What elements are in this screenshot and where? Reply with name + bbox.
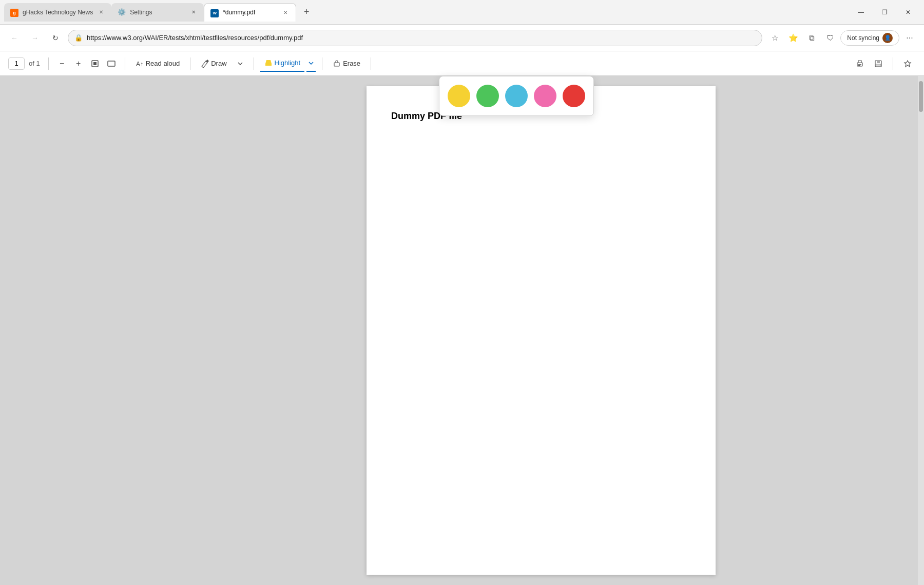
svg-rect-4 [265,64,272,66]
url-text: https://www.w3.org/WAI/ER/tests/xhtml/te… [87,34,756,42]
tab-ghacks[interactable]: g gHacks Technology News ✕ [4,3,111,22]
svg-rect-1 [93,62,97,65]
highlight-color-blue[interactable] [505,85,528,107]
minimize-button[interactable]: — [849,4,873,21]
fit-width-button[interactable] [104,56,119,71]
collections-icon[interactable]: ⭐ [785,30,801,46]
highlight-button[interactable]: Highlight [260,55,305,72]
separator-2 [125,57,125,70]
page-total: of 1 [29,60,40,67]
separator-1 [48,57,49,70]
tab-pdf-label: *dummy.pdf [223,9,277,16]
read-aloud-label: Read aloud [146,60,180,67]
separator-5 [322,57,322,70]
favicon-ghacks: g [10,8,18,16]
tab-ghacks-close[interactable]: ✕ [97,8,105,16]
svg-rect-10 [877,61,880,63]
left-panel [0,76,175,585]
new-tab-button[interactable]: + [298,4,315,21]
draw-label: Draw [211,60,226,67]
svg-text:A↑: A↑ [136,61,143,68]
tab-settings-close[interactable]: ✕ [189,8,198,16]
not-syncing-button[interactable]: Not syncing 👤 [840,30,899,46]
highlight-dropdown[interactable] [306,55,316,72]
browser-essentials-icon[interactable]: 🛡 [822,30,838,46]
back-button[interactable]: ← [6,30,23,46]
profile-avatar: 👤 [882,33,893,43]
split-screen-icon[interactable]: ⧉ [803,30,820,46]
draw-dropdown[interactable] [233,56,247,71]
window-controls: — ❐ ✕ [849,4,920,21]
tab-pdf[interactable]: W *dummy.pdf ✕ [204,3,296,22]
tab-settings-label: Settings [130,9,185,16]
main-content: Dummy PDF file [0,76,924,585]
zoom-in-button[interactable]: + [71,56,86,71]
lock-icon: 🔒 [74,34,83,42]
right-panel [908,76,918,585]
separator-4 [254,57,254,70]
erase-label: Erase [343,60,360,67]
url-bar[interactable]: 🔒 https://www.w3.org/WAI/ER/tests/xhtml/… [68,30,762,46]
tab-settings[interactable]: ⚙️ Settings ✕ [111,3,204,22]
separator-3 [190,57,190,70]
pdf-page: Dummy PDF file [367,86,716,575]
highlight-color-picker [439,76,594,116]
title-bar: g gHacks Technology News ✕ ⚙️ Settings ✕… [0,0,924,25]
page-number-input[interactable] [8,57,25,70]
tab-ghacks-label: gHacks Technology News [23,9,93,16]
separator-6 [371,57,371,70]
refresh-button[interactable]: ↻ [47,30,64,46]
highlight-color-red[interactable] [563,85,585,107]
address-bar: ← → ↻ 🔒 https://www.w3.org/WAI/ER/tests/… [0,25,924,51]
highlight-color-yellow[interactable] [448,85,470,107]
vertical-scrollbar[interactable] [918,76,924,585]
highlight-label: Highlight [275,59,301,67]
highlight-color-pink[interactable] [534,85,556,107]
fit-page-button[interactable] [88,56,102,71]
pdf-toolbar: of 1 − + A↑ Read aloud Draw [0,51,924,76]
favicon-pdf: W [210,8,219,16]
favorites-icon[interactable]: ☆ [766,30,783,46]
svg-rect-2 [108,61,115,66]
address-actions: ☆ ⭐ ⧉ 🛡 Not syncing 👤 ··· [766,30,918,46]
pdf-container: Dummy PDF file [175,76,908,585]
scrollbar-thumb[interactable] [919,81,923,112]
tab-pdf-close[interactable]: ✕ [281,8,290,16]
close-button[interactable]: ✕ [896,4,920,21]
not-syncing-label: Not syncing [847,34,879,42]
svg-rect-7 [858,64,861,65]
forward-button[interactable]: → [27,30,43,46]
svg-rect-11 [876,64,881,66]
svg-rect-8 [858,65,860,66]
favicon-settings: ⚙️ [118,8,126,16]
save-button[interactable] [870,55,887,72]
separator-7 [893,57,893,70]
highlight-color-green[interactable] [476,85,499,107]
read-aloud-button[interactable]: A↑ Read aloud [131,55,184,72]
more-options-button[interactable]: ··· [901,30,918,46]
maximize-button[interactable]: ❐ [873,4,896,21]
print-button[interactable] [852,55,868,72]
zoom-out-button[interactable]: − [55,56,69,71]
svg-rect-5 [334,63,339,66]
draw-button[interactable]: Draw [197,55,230,72]
pin-button[interactable] [899,55,916,72]
erase-button[interactable]: Erase [329,55,364,72]
